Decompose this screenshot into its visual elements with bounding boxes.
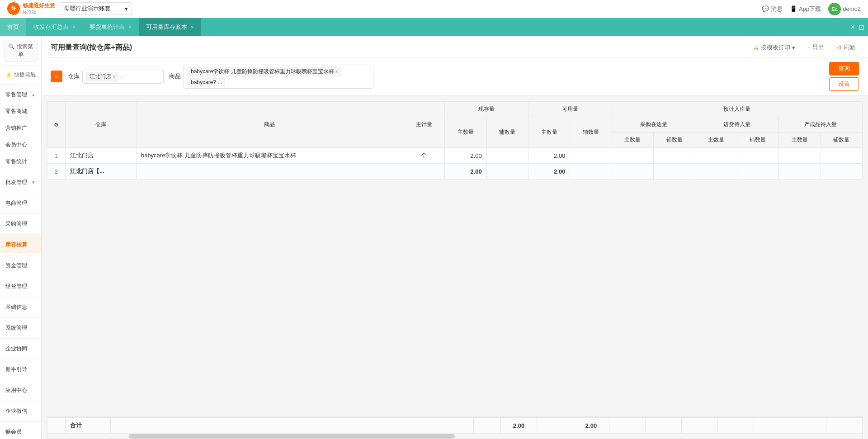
sidebar-item-operations-label: 经营管理: [5, 283, 27, 290]
expected-group-header: 预计入库量: [612, 102, 862, 117]
sidebar-item-newguide-label: 新手引导: [5, 366, 27, 373]
stock-main-header: 主数量: [445, 117, 486, 148]
sidebar-group-vip: 畅会员: [0, 422, 41, 439]
toggle-icon: »: [55, 73, 58, 80]
production-group-header: 产成品待入量: [779, 117, 863, 132]
sidebar-item-appcenter[interactable]: 应用中心: [0, 382, 41, 399]
tab-orders-close[interactable]: ×: [128, 24, 131, 30]
download-label: App下载: [799, 5, 821, 13]
purchase-aux-header: 辅数量: [654, 132, 695, 148]
sidebar-item-purchase[interactable]: 采购管理: [0, 216, 41, 232]
sidebar-item-finance[interactable]: 资金管理: [0, 257, 41, 274]
message-icon: 💬: [762, 5, 769, 12]
search-menu-button[interactable]: 🔍 搜索菜单: [4, 40, 38, 61]
scrollbar-thumb[interactable]: [129, 434, 455, 439]
unit-cell-1: 个: [403, 148, 444, 164]
close-window-btn[interactable]: ×: [851, 23, 855, 31]
footer-stock-aux: [537, 418, 573, 434]
print-arrow: ▾: [792, 44, 795, 51]
sidebar-item-wholesale[interactable]: 批发管理 ▼: [0, 174, 41, 191]
logo-text: 畅捷通好生意: [23, 2, 55, 9]
sidebar-item-wholesale-label: 批发管理: [5, 179, 27, 186]
sidebar-item-enterprise[interactable]: 企业协同: [0, 340, 41, 357]
sidebar-item-marketing[interactable]: 营销推广: [0, 120, 41, 137]
footer-table: 合计 2.00 2.00: [47, 417, 863, 434]
unit-header: 主计量: [403, 102, 444, 148]
sidebar-item-retail-mgmt[interactable]: 零售管理 ▲: [0, 86, 41, 103]
message-button[interactable]: 💬 消息: [762, 5, 783, 13]
stock-main-cell-2: 2.00: [445, 164, 486, 179]
sidebar-item-quick-nav[interactable]: ⚡ 快捷导航: [0, 67, 41, 82]
footer-incoming-aux: [754, 418, 790, 434]
sidebar-group-newguide: 新手引导: [0, 359, 41, 380]
sidebar-item-basic-info[interactable]: 基础信息: [0, 299, 41, 316]
tab-collections-close[interactable]: ×: [72, 24, 75, 30]
wholesale-arrow: ▼: [31, 180, 36, 185]
sidebar-item-system-label: 系统管理: [5, 324, 27, 332]
sidebar-item-vip[interactable]: 畅会员: [0, 424, 41, 439]
sidebar-item-retail-mall[interactable]: 零售商城: [0, 103, 41, 120]
warehouse-tag-remove[interactable]: ×: [113, 74, 115, 79]
tab-available-stock-label: 可用量库存账本: [146, 23, 187, 31]
username-label: demo2: [843, 5, 861, 12]
query-button[interactable]: 查询: [829, 62, 859, 76]
avail-aux-cell-1: [570, 148, 612, 164]
nav-window-buttons: × ⊡: [851, 23, 868, 32]
product-tag-1-remove[interactable]: ×: [335, 69, 338, 74]
top-bar-left: 好 畅捷通好生意 标准版 母婴行业演示账套 ▾: [7, 2, 132, 15]
purchase-main-cell-2: [612, 164, 653, 179]
print-button[interactable]: 🖨 按模板打印 ▾: [750, 42, 799, 53]
tab-available-stock[interactable]: 可用量库存账本 ×: [139, 18, 201, 36]
horizontal-scrollbar[interactable]: [47, 434, 863, 439]
avail-main-cell-1: 2.00: [528, 148, 570, 164]
sidebar-item-member-center[interactable]: 会员中心: [0, 137, 41, 153]
print-label: 按模板打印: [761, 43, 790, 52]
col-settings-header[interactable]: ⚙: [47, 102, 66, 148]
purchase-group-header: 采购在途量: [612, 117, 695, 132]
quick-nav-label: 快捷导航: [14, 71, 36, 79]
product-header: 商品: [136, 102, 403, 148]
user-avatar-area[interactable]: Ea demo2: [828, 3, 861, 15]
sidebar-item-operations[interactable]: 经营管理: [0, 278, 41, 295]
footer-production-aux: [826, 418, 863, 434]
filter-toggle-button[interactable]: »: [51, 71, 62, 82]
stock-aux-header: 辅数量: [486, 117, 528, 148]
sidebar-item-wechat[interactable]: 企业微信: [0, 403, 41, 420]
tab-available-stock-close[interactable]: ×: [191, 24, 193, 30]
sidebar-item-newguide[interactable]: 新手引导: [0, 361, 41, 378]
tab-collections[interactable]: 收发存汇总表 ×: [26, 18, 82, 36]
logo-text-block: 畅捷通好生意 标准版: [23, 2, 55, 15]
industry-label: 母婴行业演示账套: [64, 5, 111, 13]
sidebar-item-inventory[interactable]: 库存核算: [0, 236, 41, 253]
product-filter-field[interactable]: babycare学饮杯 儿童防摔防撞吸管杯重力球吸嘴杯宝宝水杯 × babyca…: [184, 65, 373, 89]
sidebar: 🔍 搜索菜单 ⚡ 快捷导航 零售管理 ▲ 零售商城 营销推广 会员中心: [0, 36, 42, 439]
product-tag-1: babycare学饮杯 儿童防摔防撞吸管杯重力球吸嘴杯宝宝水杯 ×: [188, 67, 341, 76]
export-button[interactable]: ↑ 导出: [804, 42, 828, 53]
industry-selector[interactable]: 母婴行业演示账套 ▾: [60, 2, 132, 15]
incoming-aux-header: 辅数量: [737, 132, 778, 148]
sidebar-item-retail-mall-label: 零售商城: [5, 108, 27, 115]
production-aux-header: 辅数量: [821, 132, 862, 148]
table-row: 1 江北门店 babycare学饮杯 儿童防摔防撞吸管杯重力球吸嘴杯宝宝水杯 个…: [47, 148, 863, 164]
tab-orders[interactable]: 要货单统计表 ×: [82, 18, 138, 36]
setting-button[interactable]: 设置: [829, 77, 859, 91]
app-download-button[interactable]: 📱 App下载: [790, 5, 821, 13]
data-table: ⚙ 仓库 商品 主计量 现存量 可用量 预计入库量 主数量 辅数量 主数量 辅数…: [47, 101, 863, 179]
sidebar-item-system[interactable]: 系统管理: [0, 320, 41, 336]
warehouse-tag-text: 江北门店: [90, 73, 111, 80]
top-bar: 好 畅捷通好生意 标准版 母婴行业演示账套 ▾ 💬 消息 📱 App下载 Ea …: [0, 0, 868, 18]
tab-home[interactable]: 首页: [0, 18, 26, 36]
search-icon: 🔍: [8, 43, 15, 50]
sidebar-item-retail-stats[interactable]: 零售统计: [0, 153, 41, 170]
avail-aux-cell-2: [570, 164, 612, 179]
sidebar-group-wholesale: 批发管理 ▼: [0, 172, 41, 193]
maximize-btn[interactable]: ⊡: [859, 23, 864, 32]
footer-settings-col: [47, 418, 66, 434]
sidebar-item-ecommerce[interactable]: 电商管理: [0, 195, 41, 212]
refresh-button[interactable]: ↺ 刷新: [833, 42, 859, 53]
message-label: 消息: [771, 5, 783, 13]
footer-production-main: [790, 418, 826, 434]
warehouse-filter-field[interactable]: 江北门店 × ···: [82, 70, 164, 84]
sub-table-row: 2 江北门店【... 2.00 2.00: [47, 164, 863, 179]
incoming-group-header: 进货待入量: [695, 117, 779, 132]
